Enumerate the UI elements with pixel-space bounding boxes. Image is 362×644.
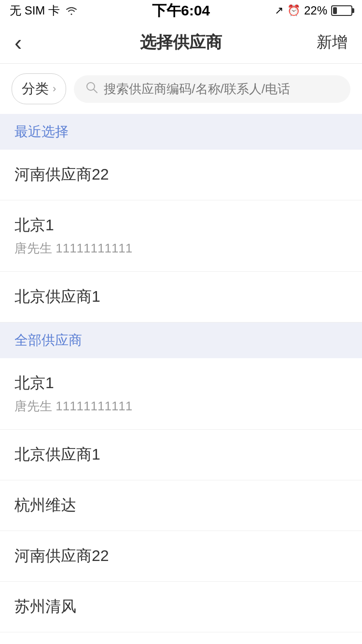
item-name: 北京1	[14, 215, 348, 236]
search-input[interactable]	[104, 82, 339, 97]
all-section-header: 全部供应商	[0, 322, 362, 358]
chevron-right-icon: ›	[53, 83, 56, 95]
svg-line-1	[94, 89, 97, 93]
list-item[interactable]: 北京1唐先生 11111111111	[0, 200, 362, 272]
item-name: 杭州维达	[14, 495, 348, 516]
category-button[interactable]: 分类 ›	[12, 73, 66, 104]
item-name: 北京供应商1	[14, 444, 348, 465]
status-left: 无 SIM 卡	[10, 3, 78, 18]
status-right: ↗ ⏰ 22%	[275, 4, 352, 17]
battery-icon	[331, 5, 352, 16]
item-sub: 唐先生 11111111111	[14, 398, 348, 415]
item-name: 北京供应商1	[14, 286, 348, 308]
status-time: 下午6:04	[152, 1, 210, 21]
status-bar: 无 SIM 卡 下午6:04 ↗ ⏰ 22%	[0, 0, 362, 21]
item-name: 苏州清风	[14, 596, 348, 617]
battery-percent: 22%	[304, 4, 327, 17]
search-icon	[85, 81, 98, 97]
wifi-icon	[65, 6, 78, 15]
back-button[interactable]: ‹	[14, 29, 53, 56]
alarm-icon: ⏰	[287, 4, 300, 17]
item-name: 北京1	[14, 373, 348, 394]
item-sub: 唐先生 11111111111	[14, 240, 348, 257]
list-item[interactable]: 杭州维达	[0, 480, 362, 531]
search-area: 分类 ›	[0, 64, 362, 114]
add-button[interactable]: 新增	[309, 32, 348, 53]
item-name: 河南供应商22	[14, 164, 348, 185]
all-items-list: 北京1唐先生 11111111111北京供应商1杭州维达河南供应商22苏州清风	[0, 358, 362, 632]
category-label: 分类	[22, 80, 49, 98]
list-item[interactable]: 北京供应商1	[0, 430, 362, 480]
recent-section-label: 最近选择	[14, 124, 69, 139]
all-section-label: 全部供应商	[14, 333, 82, 348]
search-box	[74, 75, 350, 103]
list-item[interactable]: 北京1唐先生 11111111111	[0, 358, 362, 430]
list-item[interactable]: 苏州清风	[0, 582, 362, 632]
carrier-text: 无 SIM 卡	[10, 3, 60, 18]
list-item[interactable]: 北京供应商1	[0, 272, 362, 322]
list-item[interactable]: 河南供应商22	[0, 150, 362, 200]
location-icon: ↗	[275, 4, 283, 17]
recent-section-header: 最近选择	[0, 114, 362, 150]
recent-items-list: 河南供应商22北京1唐先生 11111111111北京供应商1	[0, 150, 362, 322]
list-item[interactable]: 河南供应商22	[0, 531, 362, 582]
nav-bar: ‹ 选择供应商 新增	[0, 21, 362, 64]
item-name: 河南供应商22	[14, 546, 348, 567]
page-title: 选择供应商	[140, 31, 222, 54]
